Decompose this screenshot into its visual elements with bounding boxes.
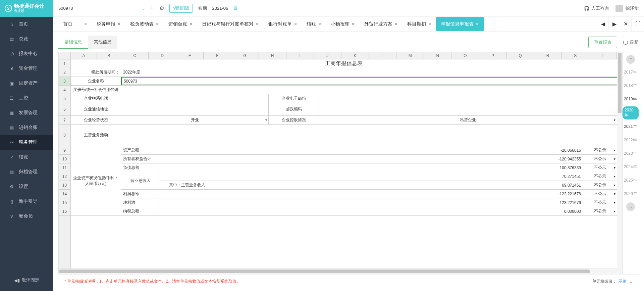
dropdown-publish[interactable]: 不公示 [583,198,617,207]
col-header-I[interactable]: I [286,52,314,59]
nav-item-报表中心[interactable]: ⮏报表中心 [0,46,53,61]
select-all-corner[interactable] [59,52,71,59]
nav-unpin[interactable]: ◀▮ 取消固定 [0,274,53,287]
year-2020年[interactable]: 2020年 [623,106,639,119]
nav-item-结账[interactable]: ✓结账 [0,150,53,164]
row-header[interactable]: 3 [59,77,70,86]
col-header-T[interactable]: T [589,52,617,59]
nav-item-工资[interactable]: ☰工资 [0,91,53,105]
cell-input[interactable] [121,103,269,115]
tab-进销台账[interactable]: 进销台账✕ [164,17,197,31]
col-header-F[interactable]: F [204,52,231,59]
col-header-G[interactable]: G [231,52,259,59]
active-cell-company-name[interactable]: 500973 [121,77,617,85]
dropdown-publish[interactable]: 不公示 [583,146,617,154]
support-link[interactable]: 🎧 人工咨询 [584,5,609,11]
close-icon[interactable]: ✕ [294,22,297,27]
col-header-H[interactable]: H [259,52,286,59]
year-2025年[interactable]: 2025年 [623,174,639,187]
close-icon[interactable]: ✕ [256,22,259,27]
col-header-C[interactable]: C [121,52,149,59]
close-icon[interactable]: ✕ [189,22,193,27]
cell-input[interactable] [319,103,617,115]
col-header-L[interactable]: L [369,52,396,59]
dropdown-publish[interactable]: 不公示 [583,172,617,181]
subtab-basic[interactable]: 基础信息 [58,36,88,49]
dropdown-publish[interactable]: 不公示 [583,155,617,163]
fullscreen-icon[interactable]: ⛶ [631,17,644,31]
col-header-N[interactable]: N [424,52,451,59]
year-2019年[interactable]: 2019年 [623,93,639,105]
row-header[interactable]: 8 [59,125,70,146]
row-header[interactable]: 13 [59,181,70,190]
horizontal-scrollbar[interactable] [59,269,617,274]
col-header-R[interactable]: R [534,52,562,59]
tab-日记账与银行对账单核对[interactable]: 日记账与银行对账单核对✕ [197,17,264,31]
cells-area[interactable]: 工商年报信息表 税款所属期间： 2022年度 企业名称 [71,59,617,269]
close-icon[interactable]: ✕ [156,22,159,27]
close-icon[interactable]: ✕ [318,22,321,27]
row-header[interactable]: 14 [59,190,70,198]
tab-blank[interactable]: ✕ [77,17,92,31]
row-header[interactable]: 10 [59,155,70,163]
subtab-other[interactable]: 其他信息 [88,36,117,49]
dropdown-status[interactable]: 开业 [121,116,269,124]
close-icon[interactable]: ✕ [394,22,398,27]
tab-scroll-right[interactable]: ▶ [608,17,620,31]
vertical-scrollbar[interactable] [617,52,622,274]
row-header[interactable]: 1 [59,59,70,68]
fin-value[interactable]: 70.271451 [214,172,583,181]
fin-value[interactable]: 69.071451 [214,181,583,189]
tab-科目期初[interactable]: 科目期初✕ [402,17,436,31]
year-2024年[interactable]: 2024年 [623,161,639,173]
fin-value[interactable]: -20.066016 [160,146,583,154]
dropdown-publish[interactable]: 不公示 [583,190,617,198]
col-header-S[interactable]: S [562,52,589,59]
nav-item-新手引导[interactable]: ▯新手引导 [0,194,53,209]
nav-item-税务管理[interactable]: ✑税务管理 [0,135,53,150]
row-header[interactable]: 9 [59,146,70,155]
nav-item-归档管理[interactable]: ▤归档管理 [0,164,53,179]
row-header[interactable]: 6 [59,103,70,116]
dropdown-publish[interactable]: 不公示 [583,181,617,189]
nav-item-进销台账[interactable]: ▤进销台账 [0,120,53,135]
period-value[interactable]: 2021-06 [212,6,228,11]
col-header-E[interactable]: E [176,52,204,59]
close-icon[interactable]: ✕ [428,22,431,27]
switch-old-version-button[interactable]: 切到旧版 [169,4,193,13]
dropdown-publish[interactable]: 不公示 [583,163,617,172]
year-2023年[interactable]: 2023年 [623,147,639,160]
close-icon[interactable]: ✕ [84,22,87,27]
fin-value[interactable]: 100.876339 [160,163,583,172]
close-icon[interactable]: ✕ [476,22,479,27]
dropdown-publish[interactable]: 不公示 [583,207,617,215]
row-header[interactable]: 5 [59,94,70,103]
tab-结账[interactable]: 结账✕ [302,17,326,31]
tab-scroll-left[interactable]: ◀ [597,17,608,31]
col-header-J[interactable]: J [314,52,341,59]
col-header-A[interactable]: A [71,52,97,59]
row-header[interactable]: 16 [59,207,70,216]
year-2017年[interactable]: 2017年 [623,66,639,79]
nav-item-总账[interactable]: ▤总账 [0,32,53,46]
dropdown-holding[interactable]: 私营企业 [319,116,617,124]
year-prev[interactable]: ⌃ [626,55,635,64]
col-header-D[interactable]: D [149,52,176,59]
col-header-O[interactable]: O [451,52,479,59]
nav-item-固定资产[interactable]: ▣固定资产 [0,76,53,91]
row-header[interactable]: 4 [59,86,70,94]
col-header-Q[interactable]: Q [507,52,534,59]
year-2022年[interactable]: 2022年 [623,134,639,146]
col-header-K[interactable]: K [341,52,369,59]
nav-item-发票管理[interactable]: ▦发票管理 [0,105,53,120]
tab-年报信息申报表[interactable]: 年报信息申报表✕ [436,17,484,31]
col-header-B[interactable]: B [97,52,121,59]
cell-input[interactable] [121,86,617,94]
footer-example-link[interactable]: 示例 [619,279,627,284]
tab-close-all[interactable]: ✕ [620,17,631,31]
tab-税务申报[interactable]: 税务申报✕ [92,17,125,31]
fin-value[interactable]: -123.221676 [160,190,583,198]
cell-input[interactable] [121,125,617,146]
col-header-M[interactable]: M [396,52,424,59]
company-selector[interactable]: 500973 ⌄ [58,6,146,11]
